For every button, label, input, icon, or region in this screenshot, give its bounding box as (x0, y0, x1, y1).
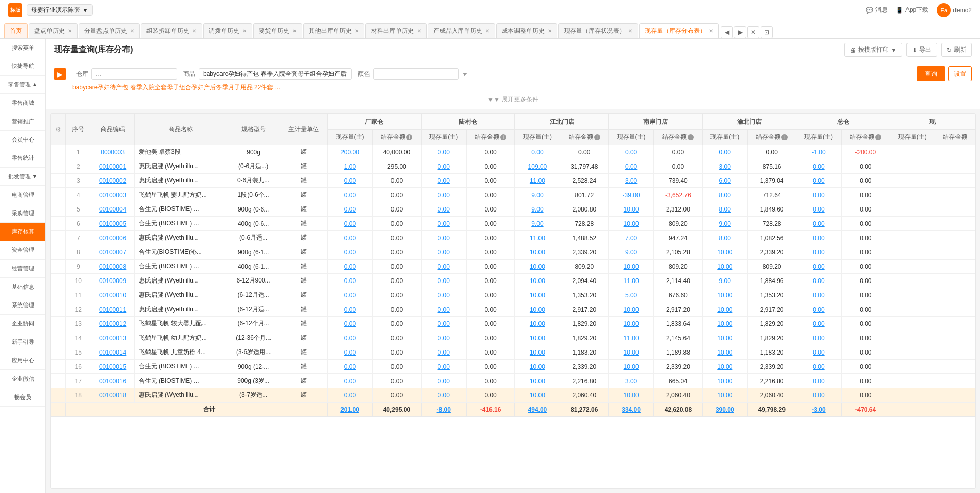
lu-qty[interactable]: 0.00 (421, 159, 466, 174)
tab-expand-btn[interactable]: ⊡ (761, 26, 773, 38)
jiangbei-qty[interactable]: 9.00 (515, 188, 560, 202)
nanan-qty[interactable]: 7.00 (609, 231, 654, 245)
lu-qty[interactable]: 0.00 (421, 345, 466, 360)
row-settings[interactable] (51, 217, 66, 231)
jiangbei-qty[interactable]: 10.00 (515, 317, 560, 331)
close-icon[interactable]: ✕ (242, 28, 247, 34)
nanan-qty[interactable]: 3.00 (609, 374, 654, 388)
total-qty[interactable]: 0.00 (796, 231, 841, 245)
yubei-qty[interactable]: 10.00 (702, 245, 747, 260)
factory-qty[interactable]: 0.00 (327, 302, 372, 317)
lu-qty[interactable]: 0.00 (421, 360, 466, 374)
total-qty[interactable]: 0.00 (796, 317, 841, 331)
user-info[interactable]: Ea demo2 (937, 3, 972, 17)
nanan-qty[interactable]: 10.00 (609, 317, 654, 331)
total-qty[interactable]: 0.00 (796, 188, 841, 202)
lu-qty[interactable]: 0.00 (421, 274, 466, 288)
factory-qty[interactable]: 1.00 (327, 159, 372, 174)
row-settings[interactable] (51, 174, 66, 188)
lu-qty[interactable]: 0.00 (421, 217, 466, 231)
yubei-qty[interactable]: 10.00 (702, 331, 747, 345)
tab-stock-status[interactable]: 现存量（库存状况表） ✕ (558, 23, 638, 38)
jiangbei-qty[interactable]: 10.00 (515, 288, 560, 302)
print-btn[interactable]: 🖨 按模版打印 ▼ (844, 43, 902, 57)
total-qty[interactable]: -1.00 (796, 145, 841, 159)
total-qty[interactable]: 0.00 (796, 274, 841, 288)
lu-qty[interactable]: 0.00 (421, 174, 466, 188)
total-qty[interactable]: 0.00 (796, 159, 841, 174)
row-settings[interactable] (51, 388, 66, 403)
factory-qty[interactable]: 0.00 (327, 274, 372, 288)
warehouse-input[interactable] (91, 68, 177, 80)
yubei-qty[interactable]: 10.00 (702, 388, 747, 403)
close-icon[interactable]: ✕ (130, 28, 134, 34)
total-qty[interactable]: 0.00 (796, 360, 841, 374)
total-qty[interactable]: 0.00 (796, 202, 841, 217)
yubei-qty[interactable]: 3.00 (702, 159, 747, 174)
nanan-qty[interactable]: 10.00 (609, 388, 654, 403)
row-settings[interactable] (51, 288, 66, 302)
yubei-qty[interactable]: 9.00 (702, 217, 747, 231)
yubei-qty[interactable]: 10.00 (702, 288, 747, 302)
info-icon[interactable]: i (500, 134, 506, 140)
row-settings[interactable] (51, 331, 66, 345)
factory-qty[interactable]: 0.00 (327, 288, 372, 302)
lu-qty[interactable]: 0.00 (421, 145, 466, 159)
tab-home[interactable]: 首页 (4, 23, 28, 38)
jiangbei-qty[interactable]: 10.00 (515, 388, 560, 403)
jiangbei-qty[interactable]: 9.00 (515, 217, 560, 231)
lu-qty[interactable]: 0.00 (421, 245, 466, 260)
lu-qty[interactable]: 0.00 (421, 202, 466, 217)
row-settings[interactable] (51, 202, 66, 217)
nanan-qty[interactable]: 5.00 (609, 288, 654, 302)
factory-qty[interactable]: 200.00 (327, 145, 372, 159)
close-icon[interactable]: ✕ (192, 28, 197, 34)
yubei-qty[interactable]: 10.00 (702, 317, 747, 331)
jiangbei-qty[interactable]: 10.00 (515, 302, 560, 317)
row-settings[interactable] (51, 145, 66, 159)
nanan-qty[interactable]: 10.00 (609, 302, 654, 317)
nanan-qty[interactable]: 10.00 (609, 202, 654, 217)
export-btn[interactable]: ⬇ 导出 (906, 43, 937, 57)
jiangbei-qty[interactable]: 10.00 (515, 331, 560, 345)
sidebar-item-marketing[interactable]: 营销推广 (0, 112, 45, 131)
jiangbei-qty[interactable]: 11.00 (515, 231, 560, 245)
tab-material-out[interactable]: 材料出库单历史 ✕ (365, 23, 427, 38)
message-btn[interactable]: 💬 消息 (866, 6, 888, 14)
close-icon[interactable]: ✕ (417, 28, 421, 34)
row-code[interactable]: 00100008 (91, 260, 134, 274)
row-settings[interactable] (51, 159, 66, 174)
row-settings[interactable] (51, 260, 66, 274)
factory-qty[interactable]: 0.00 (327, 345, 372, 360)
setting-button[interactable]: 设置 (948, 66, 972, 81)
row-settings[interactable] (51, 231, 66, 245)
sidebar-item-purchase[interactable]: 采购管理 (0, 204, 45, 223)
total-qty[interactable]: 0.00 (796, 302, 841, 317)
search-button[interactable]: 查询 (917, 66, 945, 81)
yubei-qty[interactable]: 10.00 (702, 360, 747, 374)
info-icon[interactable]: i (594, 134, 600, 140)
nanan-qty[interactable]: -39.00 (609, 188, 654, 202)
jiangbei-qty[interactable]: 10.00 (515, 274, 560, 288)
sidebar-item-system[interactable]: 系统管理 (0, 296, 45, 315)
close-icon[interactable]: ✕ (548, 28, 552, 34)
tab-other-out[interactable]: 其他出库单历史 ✕ (303, 23, 364, 38)
sidebar-item-basic-info[interactable]: 基础信息 (0, 278, 45, 296)
nanan-qty[interactable]: 10.00 (609, 217, 654, 231)
sidebar-item-search[interactable]: 搜索英单 (0, 39, 45, 57)
nanan-qty[interactable]: 10.00 (609, 360, 654, 374)
tab-next-btn[interactable]: ▶ (734, 26, 746, 38)
factory-qty[interactable]: 0.00 (327, 245, 372, 260)
total-qty[interactable]: 0.00 (796, 288, 841, 302)
factory-qty[interactable]: 0.00 (327, 188, 372, 202)
sidebar-item-enterprise[interactable]: 企业协同 (0, 315, 45, 333)
factory-qty[interactable]: 0.00 (327, 217, 372, 231)
row-code[interactable]: 00100005 (91, 217, 134, 231)
sidebar-item-ecommerce[interactable]: 电商管理 (0, 186, 45, 204)
sidebar-item-wholesale[interactable]: 批发管理 ▼ (0, 168, 45, 186)
total-qty[interactable]: 0.00 (796, 374, 841, 388)
nanan-qty[interactable]: 10.00 (609, 260, 654, 274)
yubei-qty[interactable]: 8.00 (702, 202, 747, 217)
jiangbei-qty[interactable]: 0.00 (515, 145, 560, 159)
sidebar-item-apps[interactable]: 应用中心 (0, 351, 45, 370)
